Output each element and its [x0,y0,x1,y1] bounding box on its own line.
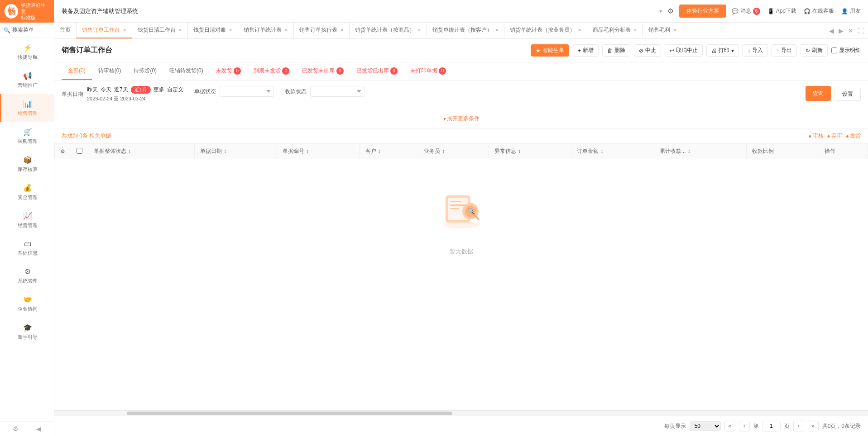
show-detail-checkbox[interactable]: 显示明细 [831,47,861,54]
app-download-btn[interactable]: 📱 App下载 [767,7,796,15]
tab-prev-btn[interactable]: ◀ [827,26,836,35]
anti-audit-op-btn[interactable]: ● 弃审 [827,132,842,140]
ship-op-btn[interactable]: ● 发货 [846,132,861,140]
th-sort-date[interactable]: 单据日期 ↕ [200,147,271,155]
th-sort-customer[interactable]: 客户 ↕ [365,147,413,155]
tab-next-btn[interactable]: ▶ [837,26,845,35]
topbar-dropdown-icon[interactable]: ▾ [659,8,662,14]
delete-btn[interactable]: 🗑 删除 [602,44,630,57]
workbench-header: 销售订单工作台 ★ 智能生单 + 新增 🗑 删除 ⊘ [54,39,868,62]
sidebar-item-basic[interactable]: 🗃 基础信息 [0,234,54,262]
tab-close-sales-by-staff[interactable]: ✕ [578,28,581,33]
sidebar-item-marketing[interactable]: 📢 营销推广 [0,66,54,94]
th-sort-status[interactable]: 单据整体状态 ↕ [94,147,189,155]
tab-close-sales-workbench[interactable]: ✕ [123,28,126,33]
tab-close-cash-reconcile[interactable]: ✕ [229,28,232,33]
date-custom[interactable]: 自定义 [167,86,183,94]
sidebar-item-enterprise[interactable]: 🤝 企业协同 [0,290,54,318]
page-input[interactable] [762,421,781,431]
sidebar-item-inventory[interactable]: 📦 库存核算 [0,150,54,178]
settings-btn[interactable]: 设置 [834,88,861,101]
tab-home[interactable]: 首页 [54,23,77,38]
tab-close-cash-daily[interactable]: ✕ [178,28,182,33]
tab-gross-profit[interactable]: 商品毛利分析表 ✕ [587,23,643,38]
industry-solution-btn[interactable]: 体验行业方案 [679,5,726,18]
filter-tab-all[interactable]: 全部(0) [62,62,92,80]
collapse-btn[interactable]: ◀ [36,425,41,432]
tab-close-sales-stat[interactable]: ✕ [284,28,288,33]
tab-sales-by-staff[interactable]: 销货单统计表（按业务员） ✕ [504,23,587,38]
user-menu[interactable]: 👤 用友 [841,7,861,15]
topbar-settings-icon[interactable]: ⚙ [667,7,674,15]
tab-close-sales-by-customer[interactable]: ✕ [495,28,499,33]
expand-conditions-btn[interactable]: ▾ 展开更多条件 [443,115,480,123]
date-today[interactable]: 今天 [101,86,111,94]
page-prev-btn[interactable]: ‹ [739,421,750,431]
sidebar-item-guide[interactable]: 🎓 新手引导 [0,318,54,346]
audit-op-btn[interactable]: ● 审核 [808,132,823,140]
filter-tab-shop-pending[interactable]: 旺铺待发货(0) [163,62,210,80]
filter-tab-overdue-not-shipped[interactable]: 到期未发货 0 [247,62,296,80]
export-btn[interactable]: ↑ 导出 [772,44,797,57]
select-all-checkbox[interactable] [77,148,82,154]
settings-bottom-btn[interactable]: ⚙ [13,425,19,432]
add-btn[interactable]: + 新增 [573,44,599,57]
tab-sales-by-product[interactable]: 销货单统计表（按商品） ✕ [350,23,427,38]
smart-gen-btn[interactable]: ★ 智能生单 [531,44,569,57]
filter-tab-pending-audit[interactable]: 待审核(0) [92,62,128,80]
th-sort-received[interactable]: 累计收款... ↕ [660,147,741,155]
sidebar-item-system[interactable]: ⚙ 系统管理 [0,262,54,290]
scrollbar-thumb[interactable] [127,412,452,415]
tab-sales-by-customer[interactable]: 销货单统计表（按客户） ✕ [427,23,504,38]
th-sort-abnormal[interactable]: 异常信息 ↕ [494,147,566,155]
print-btn[interactable]: 🖨 打印 ▾ [706,44,739,57]
tab-close-sales-exec[interactable]: ✕ [340,28,344,33]
sidebar-item-purchase[interactable]: 🛒 采购管理 [0,122,54,150]
tab-close-all-btn[interactable]: ✕ [846,26,855,35]
pause-btn[interactable]: ⊘ 中止 [634,44,661,57]
status-filter-select[interactable] [220,86,274,97]
tab-sales-stat[interactable]: 销售订单统计表 ✕ [238,23,294,38]
online-service-btn[interactable]: 🎧 在线客服 [804,7,834,15]
date-1month[interactable]: 近1月 [131,86,151,94]
tab-cash-reconcile[interactable]: 钱货日清对账 ✕ [188,23,238,38]
import-btn[interactable]: ↓ 导入 [743,44,768,57]
sidebar-item-finance[interactable]: 💰 资金管理 [0,178,54,206]
tab-close-sales-gross[interactable]: ✕ [673,28,676,33]
message-btn[interactable]: 💬 消息 6 [732,7,760,15]
th-sort-number[interactable]: 单据编号 ↕ [283,147,354,155]
cancel-pause-btn[interactable]: ↩ 取消中止 [665,44,703,57]
filter-tab-not-printed[interactable]: 未打印单据 0 [404,62,452,80]
sidebar-item-sales[interactable]: 📊 销售管理 [0,94,54,122]
search-btn[interactable]: 查询 [806,86,831,101]
sidebar-item-quick-nav[interactable]: ⚡ 快捷导航 [0,38,54,66]
sidebar-item-operation[interactable]: 📈 经营管理 [0,206,54,234]
tab-fullscreen-btn[interactable]: ⛶ [856,26,866,35]
tab-cash-daily[interactable]: 钱货日清工作台 ✕ [132,23,188,38]
date-7days[interactable]: 近7天 [114,86,128,94]
th-checkbox[interactable] [71,144,88,159]
show-detail-input[interactable] [831,47,837,53]
page-size-select[interactable]: 50 10 20 100 [690,421,721,431]
date-more[interactable]: 更多 [153,86,164,94]
th-sort-amount[interactable]: 订单金额 ↕ [577,147,648,155]
tab-sales-gross[interactable]: 销售毛利 ✕ [643,23,682,38]
filter-tab-not-shipped[interactable]: 未发货 0 [210,62,247,80]
page-last-btn[interactable]: » [808,421,819,431]
date-yesterday[interactable]: 昨天 [87,86,98,94]
th-settings[interactable]: ⚙ [55,144,71,159]
tab-sales-workbench[interactable]: 销售订单工作台 ✕ [77,23,132,38]
horizontal-scrollbar[interactable] [54,410,868,416]
page-next-btn[interactable]: › [793,421,804,431]
search-menu[interactable]: 🔍 搜索菜单 [0,23,54,38]
payment-filter-select[interactable] [310,86,364,97]
filter-tab-shipped-not-out[interactable]: 已发货未出库 0 [296,62,350,80]
page-first-btn[interactable]: « [724,421,735,431]
th-sort-salesman[interactable]: 业务员 ↕ [424,147,483,155]
filter-tab-pending-pick[interactable]: 待拣货(0) [127,62,163,80]
tab-sales-exec[interactable]: 销售订单执行表 ✕ [294,23,350,38]
refresh-btn[interactable]: ↻ 刷新 [801,44,828,57]
filter-tab-shipped-out[interactable]: 已发货已出库 0 [350,62,404,80]
tab-close-sales-by-product[interactable]: ✕ [417,28,421,33]
tab-close-gross-profit[interactable]: ✕ [633,28,637,33]
